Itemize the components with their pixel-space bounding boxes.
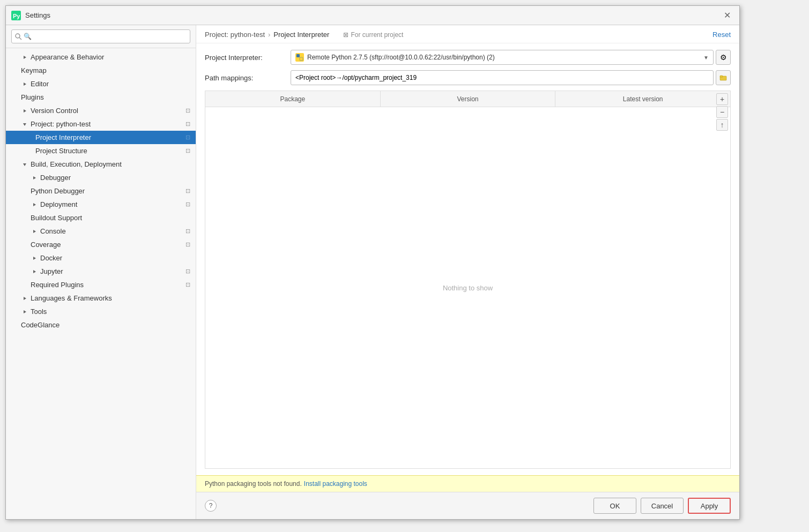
sidebar-item-docker[interactable]: Docker [6,251,196,265]
arrow-down-icon2 [21,161,28,168]
interpreter-select[interactable]: Remote Python 2.7.5 (sftp://root@10.0.0.… [291,50,714,65]
sidebar-item-required-plugins[interactable]: Required Plugins ⊡ [6,278,196,291]
search-box [6,25,196,48]
interpreter-select-text: Remote Python 2.7.5 (sftp://root@10.0.0.… [295,53,495,62]
reset-link[interactable]: Reset [712,31,731,39]
window-title: Settings [25,11,50,19]
arrow-right-icon4 [31,174,38,182]
sidebar-item-buildout[interactable]: Buildout Support [6,211,196,224]
apply-button[interactable]: Apply [688,498,731,514]
warning-bar: Python packaging tools not found. Instal… [196,475,739,492]
install-link[interactable]: Install packaging tools [304,480,367,488]
svg-text:Py: Py [13,13,20,19]
help-button[interactable]: ? [205,500,217,512]
svg-marker-12 [24,297,26,300]
col-header-package: Package [205,91,381,107]
arrow-right-icon7 [31,254,38,262]
arrow-right-icon6 [31,228,38,235]
project-scope-icon: ⊠ [343,31,348,39]
table-actions: + − ↑ [714,91,730,133]
cancel-button[interactable]: Cancel [641,498,684,514]
sidebar-item-project-interpreter[interactable]: Project Interpreter ⊡ [6,131,196,144]
sidebar-item-keymap[interactable]: Keymap [6,64,196,77]
external-icon-jup: ⊡ [185,268,190,275]
sidebar-item-deployment[interactable]: Deployment ⊡ [6,198,196,211]
arrow-right-icon [21,54,28,61]
pycharm-icon: Py [11,11,21,20]
sidebar-item-console[interactable]: Console ⊡ [6,224,196,238]
svg-marker-7 [33,176,36,179]
external-icon-ps: ⊡ [185,147,190,154]
add-package-button[interactable]: + [716,93,728,105]
external-icon-cov: ⊡ [185,241,190,248]
svg-marker-2 [24,56,26,59]
svg-rect-15 [296,54,300,57]
col-header-latest: Latest version [555,91,730,107]
svg-marker-13 [24,310,26,313]
table-header: Package Version Latest version [205,91,730,107]
sidebar-item-appearance[interactable]: Appearance & Behavior [6,50,196,64]
ok-button[interactable]: OK [593,498,636,514]
sidebar-item-plugins[interactable]: Plugins [6,91,196,104]
svg-marker-10 [33,257,36,260]
external-icon-vc: ⊡ [185,107,190,114]
svg-marker-11 [33,270,36,273]
arrow-right-icon9 [21,295,28,302]
interpreter-settings-button[interactable]: ⚙ [716,50,731,65]
path-mapping-wrapper [291,70,731,85]
arrow-down-icon [21,121,28,128]
arrow-right-icon5 [31,201,38,208]
arrow-right-icon3 [21,107,28,115]
remove-package-button[interactable]: − [716,106,728,118]
external-icon-proj: ⊡ [185,121,190,128]
interpreter-label: Project Interpreter: [205,54,291,62]
interpreter-field-row: Project Interpreter: Remote Python 2. [205,50,731,65]
external-icon-pi: ⊡ [185,134,190,141]
external-icon-con: ⊡ [185,228,190,235]
breadcrumb-separator: › [268,31,270,39]
interpreter-select-wrapper: Remote Python 2.7.5 (sftp://root@10.0.0.… [291,50,731,65]
close-button[interactable]: ✕ [721,9,734,21]
sidebar-item-languages[interactable]: Languages & Frameworks [6,291,196,305]
sidebar-item-version-control[interactable]: Version Control ⊡ [6,104,196,117]
sidebar-item-project[interactable]: Project: python-test ⊡ [6,117,196,131]
footer-left: ? [205,500,217,512]
path-mapping-input[interactable] [291,70,714,85]
sidebar-item-debugger[interactable]: Debugger [6,171,196,184]
table-empty-state: Nothing to show [205,107,730,468]
content-area: Appearance & Behavior Keymap Editor Plug… [6,25,739,519]
upgrade-package-button[interactable]: ↑ [716,119,728,131]
sidebar-nav: Appearance & Behavior Keymap Editor Plug… [6,48,196,519]
sidebar-item-python-debugger[interactable]: Python Debugger ⊡ [6,184,196,198]
sidebar-item-project-structure[interactable]: Project Structure ⊡ [6,144,196,158]
external-icon-dep: ⊡ [185,201,190,208]
folder-icon [719,74,727,81]
svg-marker-9 [33,230,36,233]
arrow-right-icon8 [31,268,38,275]
main-body: Project Interpreter: Remote Python 2. [196,43,739,475]
breadcrumb: Project: python-test › Project Interpret… [205,31,403,39]
breadcrumb-current: Project Interpreter [273,31,329,39]
breadcrumb-project: Project: python-test [205,31,265,39]
python-icon [295,53,304,62]
for-current-project: ⊠ For current project [343,31,403,39]
svg-marker-3 [24,83,26,86]
titlebar: Py Settings ✕ [6,6,739,25]
sidebar: Appearance & Behavior Keymap Editor Plug… [6,25,196,519]
chevron-down-icon: ▼ [703,55,709,61]
sidebar-item-tools[interactable]: Tools [6,305,196,318]
search-input[interactable] [11,29,190,43]
sidebar-item-jupyter[interactable]: Jupyter ⊡ [6,265,196,278]
package-table: Package Version Latest version Nothing t… [205,91,731,469]
main-panel: Project: python-test › Project Interpret… [196,25,739,519]
sidebar-item-editor[interactable]: Editor [6,77,196,91]
sidebar-item-codeglance[interactable]: CodeGlance [6,318,196,332]
svg-rect-18 [720,76,723,77]
sidebar-item-coverage[interactable]: Coverage ⊡ [6,238,196,251]
svg-marker-8 [33,203,36,206]
col-header-version: Version [381,91,556,107]
sidebar-item-build-exec[interactable]: Build, Execution, Deployment [6,158,196,171]
arrow-right-icon10 [21,308,28,316]
footer: ? OK Cancel Apply [196,492,739,519]
browse-button[interactable] [716,70,731,85]
